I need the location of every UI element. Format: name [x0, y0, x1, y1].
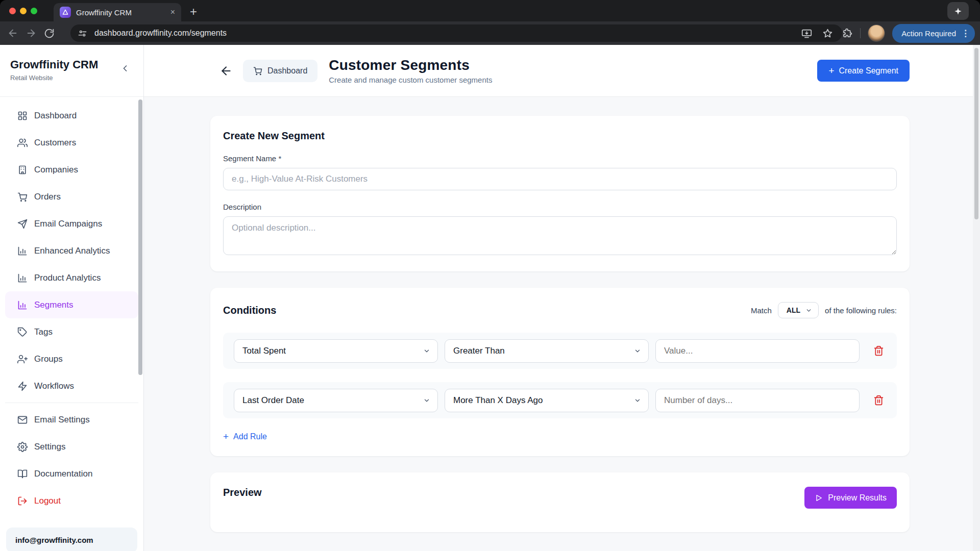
browser-toolbar: dashboard.growffinity.com/segments Actio…: [0, 21, 980, 45]
sidebar-item-label: Orders: [34, 192, 61, 202]
create-segment-button[interactable]: + Create Segment: [817, 60, 910, 82]
user-plus-icon: [17, 354, 28, 364]
sidebar-item-tags[interactable]: Tags: [5, 318, 138, 345]
create-segment-card: Create New Segment Segment Name * Descri…: [210, 116, 910, 271]
sidebar-item-logout[interactable]: Logout: [5, 487, 138, 514]
sidebar-item-segments[interactable]: Segments: [5, 291, 138, 318]
gear-icon: [17, 442, 28, 452]
browser-chrome: Growffinity CRM × + dashboard.growffinit…: [0, 0, 980, 45]
sidebar-item-enhanced-analytics[interactable]: Enhanced Analytics: [5, 237, 138, 264]
description-label: Description: [223, 203, 897, 211]
reload-icon[interactable]: [44, 28, 55, 39]
bar-chart-icon: [17, 273, 28, 283]
building-icon: [17, 165, 28, 175]
chevron-down-icon: [805, 307, 812, 314]
zoom-window-button[interactable]: [31, 8, 37, 14]
rule-value-input[interactable]: [655, 339, 860, 363]
sidebar-item-email-settings[interactable]: Email Settings: [5, 406, 138, 433]
page-scrollbar[interactable]: [973, 45, 980, 551]
url-text[interactable]: dashboard.growffinity.com/segments: [94, 29, 801, 38]
minimize-window-button[interactable]: [20, 8, 27, 14]
add-rule-button[interactable]: + Add Rule: [223, 432, 267, 441]
page-subtitle: Create and manage custom customer segmen…: [329, 76, 492, 84]
mail-icon: [17, 415, 28, 425]
match-select[interactable]: ALL: [778, 302, 819, 318]
rule-value-input[interactable]: [655, 389, 860, 412]
sidebar-divider: [5, 403, 138, 403]
extensions-puzzle-icon[interactable]: [842, 28, 853, 39]
rule-field-select[interactable]: Total Spent: [234, 339, 438, 363]
bar-chart-icon: [17, 246, 28, 256]
browser-tab[interactable]: Growffinity CRM ×: [54, 3, 181, 21]
logout-icon: [17, 496, 28, 506]
window-controls[interactable]: [9, 8, 37, 14]
sidebar-item-dashboard[interactable]: Dashboard: [5, 102, 138, 129]
back-arrow-button[interactable]: [219, 64, 233, 78]
send-icon: [17, 219, 28, 229]
dashboard-button-label: Dashboard: [267, 66, 307, 76]
url-bar[interactable]: dashboard.growffinity.com/segments: [70, 24, 842, 42]
sidebar-item-label: Segments: [34, 300, 74, 310]
sidebar-item-label: Email Settings: [34, 415, 90, 425]
create-segment-card-title: Create New Segment: [223, 130, 897, 142]
sidebar-item-label: Dashboard: [34, 111, 77, 121]
sidebar-nav: Dashboard Customers Companies Orders Ema…: [0, 97, 143, 514]
forward-icon[interactable]: [26, 28, 37, 39]
new-tab-button[interactable]: +: [190, 5, 197, 18]
sidebar-item-groups[interactable]: Groups: [5, 345, 138, 372]
preview-card-title: Preview: [223, 487, 262, 498]
sidebar-item-workflows[interactable]: Workflows: [5, 372, 138, 399]
tab-bar: Growffinity CRM × +: [0, 0, 980, 21]
book-icon: [17, 469, 28, 479]
segment-name-label: Segment Name *: [223, 154, 897, 163]
dashboard-button[interactable]: Dashboard: [243, 60, 317, 82]
sidebar-item-label: Companies: [34, 165, 78, 175]
rule-operator-value: More Than X Days Ago: [453, 395, 634, 406]
sidebar-item-label: Settings: [34, 442, 65, 452]
plus-icon: +: [828, 66, 834, 76]
rule-operator-select[interactable]: Greater Than: [445, 339, 649, 363]
sidebar-item-companies[interactable]: Companies: [5, 156, 138, 183]
tab-close-icon[interactable]: ×: [170, 8, 175, 16]
sidebar: Growffinity CRM Retail Website Dashboard…: [0, 45, 144, 551]
close-window-button[interactable]: [9, 8, 16, 14]
account-box: info@growffinity.com: [6, 528, 137, 551]
browser-menu-icon[interactable]: ⋮: [961, 28, 970, 39]
sidebar-collapse-button[interactable]: [120, 63, 130, 73]
bookmark-star-icon[interactable]: [822, 28, 833, 39]
action-required-button[interactable]: Action Required ⋮: [892, 24, 975, 43]
sidebar-item-label: Documentation: [34, 469, 92, 479]
site-settings-icon[interactable]: [78, 29, 87, 38]
profile-avatar[interactable]: [868, 24, 885, 42]
description-textarea[interactable]: [223, 216, 897, 255]
sidebar-item-orders[interactable]: Orders: [5, 183, 138, 210]
rule-operator-select[interactable]: More Than X Days Ago: [445, 389, 649, 412]
sidebar-item-label: Product Analytics: [34, 273, 101, 283]
account-email: info@growffinity.com: [15, 536, 128, 544]
tag-icon: [17, 327, 28, 337]
add-rule-label: Add Rule: [233, 432, 267, 441]
save-to-device-icon[interactable]: [801, 28, 812, 39]
sidebar-item-email-campaigns[interactable]: Email Campaigns: [5, 210, 138, 237]
zap-icon: [17, 381, 28, 391]
sidebar-item-settings[interactable]: Settings: [5, 433, 138, 460]
rule-row: Last Order Date More Than X Days Ago: [223, 382, 897, 418]
sidebar-item-label: Customers: [34, 138, 76, 148]
segment-name-input[interactable]: [223, 168, 897, 190]
rule-field-select[interactable]: Last Order Date: [234, 389, 438, 412]
main-area: Dashboard Customer Segments Create and m…: [144, 45, 980, 551]
sidebar-item-documentation[interactable]: Documentation: [5, 460, 138, 487]
preview-results-button[interactable]: Preview Results: [804, 487, 897, 509]
sidebar-item-customers[interactable]: Customers: [5, 129, 138, 156]
rule-field-value: Last Order Date: [242, 395, 423, 406]
delete-rule-button[interactable]: [873, 395, 884, 406]
delete-rule-button[interactable]: [873, 345, 884, 356]
trash-icon: [873, 345, 884, 356]
rule-field-value: Total Spent: [242, 346, 423, 356]
bar-chart-icon: [17, 300, 28, 310]
sidebar-item-product-analytics[interactable]: Product Analytics: [5, 264, 138, 291]
sidebar-scrollbar[interactable]: [138, 99, 142, 375]
back-icon[interactable]: [7, 28, 18, 39]
page-scrollbar-thumb[interactable]: [974, 48, 978, 219]
sparkle-button[interactable]: [947, 2, 969, 20]
